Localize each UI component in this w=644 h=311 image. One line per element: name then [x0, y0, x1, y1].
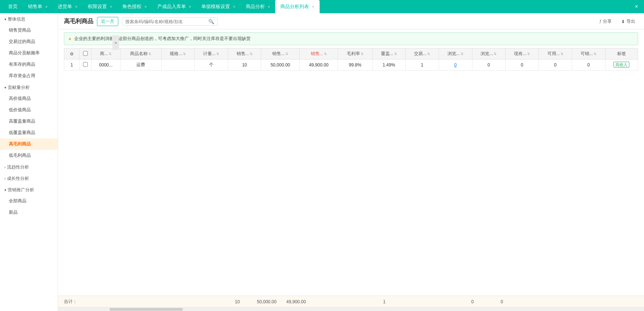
- sidebar-group-overall[interactable]: ▾ 整体信息: [0, 13, 58, 25]
- nav-sales[interactable]: 销售单 ×: [23, 0, 53, 13]
- main-layout: ▾ 整体信息 销售货商品 交易过的商品 商品分贡献频率 有库存的商品 库存资金占…: [0, 13, 644, 311]
- footer-stock-current: 0: [458, 299, 487, 304]
- col-margin-rate[interactable]: 毛利率⇅: [338, 48, 373, 59]
- sidebar: ▾ 整体信息 销售货商品 交易过的商品 商品分贡献频率 有库存的商品 库存资金占…: [0, 13, 58, 311]
- scrollbar-thumb[interactable]: [109, 308, 183, 311]
- group-marketing-label: 营销推广分析: [8, 187, 34, 193]
- sidebar-item-contribution-rate[interactable]: 商品分贡献频率: [0, 47, 58, 59]
- nav-role-label: 角色授权: [122, 3, 141, 10]
- sidebar-group-contribution[interactable]: ▾ 贡献量分析: [0, 82, 58, 93]
- sidebar-item-all-goods[interactable]: 全部商品: [0, 195, 58, 207]
- sidebar-group-growth[interactable]: › 成长性分析: [0, 173, 58, 184]
- row-browse2: 0: [472, 59, 506, 70]
- row-sales1: 10: [228, 59, 261, 70]
- sidebar-group-marketing[interactable]: ▾ 营销推广分析: [0, 184, 58, 195]
- footer-stock-available: 0: [487, 299, 517, 304]
- nav-sales-close[interactable]: ×: [45, 4, 47, 9]
- share-icon: ⤴: [599, 19, 601, 24]
- col-settings[interactable]: ⚙: [64, 48, 80, 59]
- col-sales2[interactable]: 销售...⇅: [261, 48, 299, 59]
- sidebar-item-new-goods[interactable]: 新品: [0, 207, 58, 218]
- sidebar-item-stock-capital[interactable]: 库存资金占用: [0, 70, 58, 82]
- row-stock-current: 0: [506, 59, 539, 70]
- group-overall-label: 整体信息: [8, 16, 25, 22]
- col-checkbox[interactable]: [79, 48, 91, 59]
- horizontal-scrollbar[interactable]: [58, 307, 644, 311]
- row-tag: 高收入: [605, 59, 638, 70]
- nav-product-in-close[interactable]: ×: [189, 4, 191, 9]
- sidebar-group-trend[interactable]: › 流趋性分析: [0, 161, 58, 173]
- footer-sales3: 49,900.00: [281, 299, 311, 304]
- nav-purchase[interactable]: 进货单 ×: [53, 0, 82, 13]
- export-button[interactable]: ⬇ 导出: [618, 17, 638, 26]
- goods-table: ⚙ 商...⇅ 商品名称⇅ 规格...⇅ 计量...⇅ 销售...⇅ 销售...…: [64, 48, 638, 70]
- search-input[interactable]: [125, 19, 206, 24]
- row-checkbox-cell[interactable]: [79, 59, 91, 70]
- nav-analysis-list[interactable]: 商品分析列表 ×: [275, 0, 319, 13]
- nav-role-close[interactable]: ×: [144, 4, 147, 9]
- col-browse1[interactable]: 浏览...⇅: [439, 48, 472, 59]
- nav-analysis-close[interactable]: ×: [268, 4, 270, 9]
- export-icon: ⬇: [621, 19, 625, 24]
- window-close-button[interactable]: ×: [632, 3, 641, 10]
- table-container: ⚙ 商...⇅ 商品名称⇅ 规格...⇅ 计量...⇅ 销售...⇅ 销售...…: [58, 48, 644, 296]
- col-unit[interactable]: 计量...⇅: [195, 48, 228, 59]
- col-transaction[interactable]: 交易...⇅: [406, 48, 439, 59]
- row-transaction: 1: [406, 59, 439, 70]
- sidebar-item-low-value[interactable]: 低价值商品: [0, 104, 58, 116]
- group-trend-arrow: ›: [4, 165, 6, 169]
- info-banner: ♦ 企业的主要的利润都是这部分商品创造的，可考虑加大推广，同时关注库存是不要出现…: [64, 32, 638, 45]
- col-spec[interactable]: 规格...⇅: [161, 48, 195, 59]
- col-sales1[interactable]: 销售...⇅: [228, 48, 261, 59]
- col-stock-current[interactable]: 现有...⇅: [506, 48, 539, 59]
- select-all-checkbox[interactable]: [83, 51, 88, 56]
- filter-recent-month-button[interactable]: 近一月: [97, 17, 118, 26]
- group-contribution-label: 贡献量分析: [8, 84, 30, 91]
- nav-template[interactable]: 单据模板设置 ×: [196, 0, 240, 13]
- sidebar-item-low-margin[interactable]: 低毛利商品: [0, 150, 58, 161]
- col-code[interactable]: 商...⇅: [91, 48, 120, 59]
- sidebar-toggle-button[interactable]: «: [112, 35, 119, 50]
- nav-purchase-close[interactable]: ×: [75, 4, 77, 9]
- nav-analysis[interactable]: 商品分析 ×: [241, 0, 275, 13]
- sidebar-item-low-coverage[interactable]: 低覆盖量商品: [0, 127, 58, 138]
- nav-product-in[interactable]: 产成品入库单 ×: [152, 0, 196, 13]
- sidebar-item-in-stock[interactable]: 有库存的商品: [0, 59, 58, 70]
- sidebar-item-traded-goods[interactable]: 交易过的商品: [0, 36, 58, 47]
- share-button[interactable]: ⤴ 分享: [596, 17, 615, 26]
- row-browse1[interactable]: 0: [439, 59, 472, 70]
- nav-analysis-list-close[interactable]: ×: [312, 4, 314, 9]
- col-coverage[interactable]: 覆盖...⇅: [372, 48, 406, 59]
- sidebar-item-high-coverage[interactable]: 高覆盖量商品: [0, 116, 58, 127]
- row-sales2: 50,000.00: [261, 59, 299, 70]
- row-sales3: 49,900.00: [299, 59, 338, 70]
- search-icon[interactable]: 🔍: [208, 19, 214, 24]
- row-coverage: 1.49%: [372, 59, 406, 70]
- nav-template-label: 单据模板设置: [201, 3, 230, 10]
- footer-sales2: 50,000.00: [252, 299, 281, 304]
- row-code: 0000...: [91, 59, 120, 70]
- nav-purchase-label: 进货单: [58, 3, 72, 10]
- nav-role[interactable]: 角色授权 ×: [117, 0, 152, 13]
- nav-sales-label: 销售单: [28, 3, 42, 10]
- col-browse2[interactable]: 浏览...⇅: [472, 48, 506, 59]
- col-stock-sellable[interactable]: 可销...⇅: [572, 48, 605, 59]
- col-tag: 标签: [605, 48, 638, 59]
- sidebar-item-high-value[interactable]: 高价值商品: [0, 93, 58, 104]
- sidebar-item-sales-goods[interactable]: 销售货商品: [0, 25, 58, 36]
- row-spec: [161, 59, 195, 70]
- nav-template-close[interactable]: ×: [233, 4, 235, 9]
- group-contribution-arrow: ▾: [4, 86, 6, 90]
- nav-permission[interactable]: 权限设置 ×: [83, 0, 117, 13]
- nav-home[interactable]: 首页: [3, 0, 23, 13]
- col-stock-available[interactable]: 可用...⇅: [539, 48, 572, 59]
- footer-label: 合计：: [64, 299, 77, 305]
- col-sales3[interactable]: 销售...⇅: [299, 48, 338, 59]
- col-name[interactable]: 商品名称⇅: [120, 48, 161, 59]
- page-title: 高毛利商品: [64, 18, 93, 25]
- sidebar-item-high-margin[interactable]: 高毛利商品: [0, 138, 58, 150]
- nav-permission-close[interactable]: ×: [110, 4, 112, 9]
- content-area: 高毛利商品 近一月 🔍 ⤴ 分享 ⬇ 导出 ♦ 企业的主要的利润都是这部分商品创…: [58, 13, 644, 311]
- row-checkbox[interactable]: [83, 62, 88, 67]
- row-margin-rate: 99.8%: [338, 59, 373, 70]
